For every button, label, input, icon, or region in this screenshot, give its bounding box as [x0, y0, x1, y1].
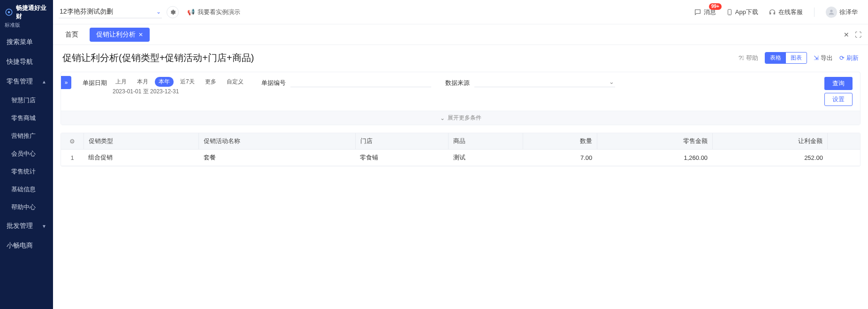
- org-name: 12李艳芬测试勿删: [60, 8, 113, 16]
- refresh-icon: ⟳: [839, 54, 845, 61]
- support-button[interactable]: 在线客服: [766, 6, 806, 18]
- col-discount-amount[interactable]: 让利金额: [712, 133, 828, 150]
- col-store[interactable]: 门店: [355, 133, 449, 150]
- result-table: ⚙ 促销类型 促销活动名称 门店 商品 数量 零售金额 让利金额 1 组合促销 …: [61, 133, 860, 166]
- sidebar-section-retail[interactable]: 零售管理 ▲: [0, 72, 53, 91]
- view-chart-button[interactable]: 图表: [786, 53, 807, 63]
- brand-logo-icon: [5, 8, 13, 16]
- filter-date-label: 单据日期: [83, 77, 107, 87]
- sidebar-item-member-center[interactable]: 会员中心: [0, 145, 53, 163]
- main: 12李艳芬测试勿删 ⌄ 📢 我要看实例演示 消息 99+ App下载: [53, 0, 868, 309]
- brand: 畅捷通好业财: [0, 0, 53, 22]
- collapse-filters-button[interactable]: »: [61, 76, 71, 89]
- user-menu[interactable]: 徐泽华: [823, 5, 860, 20]
- sidebar-item-retail-mall[interactable]: 零售商城: [0, 109, 53, 127]
- table-row[interactable]: 1 组合促销 套餐 零食铺 测试 7.00 1,260.00 252.00: [61, 150, 860, 166]
- app-download-button[interactable]: App下载: [723, 6, 761, 18]
- docno-input[interactable]: [290, 77, 431, 87]
- tab-promo-analysis[interactable]: 促销让利分析 ✕: [90, 28, 150, 42]
- svg-point-1: [8, 11, 10, 14]
- page-header: 促销让利分析(促销类型+促销活动+门店+商品) ?⃝ 帮助 表格 图表 ⇲ 导出…: [53, 45, 868, 69]
- caret-down-icon: ▼: [42, 224, 46, 229]
- page-title: 促销让利分析(促销类型+促销活动+门店+商品): [62, 52, 732, 64]
- sidebar-item-help-center[interactable]: 帮助中心: [0, 198, 53, 216]
- sidebar-section-ecommerce[interactable]: 小畅电商: [0, 236, 53, 256]
- chip-this-year[interactable]: 本年: [155, 77, 174, 87]
- gear-icon: [169, 9, 176, 15]
- export-icon: ⇲: [814, 54, 819, 61]
- query-button[interactable]: 查询: [824, 77, 853, 90]
- demo-link[interactable]: 📢 我要看实例演示: [187, 8, 240, 16]
- filter-panel: » 单据日期 上月 本月 本年 近7天 更多 自定义 2023-01-01 至 …: [61, 72, 860, 125]
- svg-point-4: [830, 9, 832, 12]
- col-promo-type[interactable]: 促销类型: [84, 133, 199, 150]
- source-select[interactable]: ⌄: [474, 77, 615, 87]
- topbar: 12李艳芬测试勿删 ⌄ 📢 我要看实例演示 消息 99+ App下载: [53, 0, 868, 24]
- headset-icon: [769, 8, 776, 16]
- svg-point-3: [729, 14, 730, 14]
- filter-date: 单据日期 上月 本月 本年 近7天 更多 自定义 2023-01-01 至 20…: [83, 77, 247, 96]
- megaphone-icon: 📢: [187, 8, 195, 15]
- view-table-button[interactable]: 表格: [765, 53, 786, 63]
- double-chevron-down-icon: ⌄: [440, 115, 445, 121]
- chip-this-month[interactable]: 本月: [133, 77, 152, 87]
- sidebar-section-wholesale[interactable]: 批发管理 ▼: [0, 216, 53, 236]
- cell-store: 零食铺: [355, 150, 449, 166]
- sidebar-item-marketing[interactable]: 营销推广: [0, 127, 53, 145]
- filter-source-label: 数据来源: [445, 77, 470, 87]
- filter-source: 数据来源 ⌄: [445, 77, 615, 87]
- filter-docno: 单据编号: [261, 77, 431, 87]
- date-range-text: 2023-01-01 至 2023-12-31: [112, 88, 247, 96]
- question-icon: ?⃝: [739, 54, 744, 61]
- help-button[interactable]: ?⃝ 帮助: [739, 54, 758, 62]
- avatar-icon: [826, 7, 837, 18]
- export-button[interactable]: ⇲ 导出: [814, 54, 833, 62]
- chevron-down-icon: ⌄: [156, 8, 161, 15]
- tabs: 首页 促销让利分析 ✕ ✕ ⛶: [53, 24, 868, 45]
- sidebar-item-retail-stats[interactable]: 零售统计: [0, 163, 53, 181]
- chip-last-month[interactable]: 上月: [112, 77, 130, 87]
- messages-button[interactable]: 消息 99+: [691, 6, 719, 18]
- close-icon[interactable]: ✕: [138, 31, 143, 38]
- filter-settings-button[interactable]: 设置: [824, 93, 853, 106]
- chip-more[interactable]: 更多: [201, 77, 220, 87]
- close-all-tabs-button[interactable]: ✕: [844, 31, 849, 38]
- chip-last-7-days[interactable]: 近7天: [176, 77, 198, 87]
- col-activity-name[interactable]: 促销活动名称: [199, 133, 355, 150]
- cell-promo-type: 组合促销: [84, 150, 199, 166]
- fullscreen-button[interactable]: ⛶: [855, 31, 861, 38]
- org-selector[interactable]: 12李艳芬测试勿删 ⌄: [59, 6, 162, 18]
- sidebar: 畅捷通好业财 标准版 搜索菜单 快捷导航 零售管理 ▲ 智慧门店 零售商城 营销…: [0, 0, 53, 309]
- col-sales-amount[interactable]: 零售金额: [597, 133, 712, 150]
- cell-qty: 7.00: [523, 150, 597, 166]
- chat-icon: [694, 8, 701, 16]
- col-product[interactable]: 商品: [449, 133, 523, 150]
- cell-discount: 252.00: [712, 150, 828, 166]
- user-name: 徐泽华: [839, 8, 858, 16]
- expand-filters-button[interactable]: ⌄ 展开更多条件: [61, 111, 860, 125]
- chevron-down-icon: ⌄: [609, 78, 614, 85]
- sidebar-item-base-info[interactable]: 基础信息: [0, 181, 53, 198]
- caret-up-icon: ▲: [42, 79, 46, 84]
- date-chips: 上月 本月 本年 近7天 更多 自定义: [112, 77, 247, 87]
- tab-home[interactable]: 首页: [59, 28, 85, 42]
- brand-name: 畅捷通好业财: [16, 4, 48, 21]
- sidebar-item-smart-store[interactable]: 智慧门店: [0, 91, 53, 109]
- table-settings-button[interactable]: ⚙: [69, 138, 75, 145]
- org-settings-button[interactable]: [167, 6, 179, 18]
- view-toggle: 表格 图表: [765, 52, 807, 64]
- brand-edition: 标准版: [0, 22, 53, 32]
- cell-activity: 套餐: [199, 150, 355, 166]
- messages-badge: 99+: [709, 3, 722, 10]
- col-qty[interactable]: 数量: [523, 133, 597, 150]
- separator: [814, 8, 815, 17]
- filter-docno-label: 单据编号: [261, 77, 286, 87]
- chip-custom[interactable]: 自定义: [223, 77, 247, 87]
- phone-icon: [726, 8, 733, 16]
- sidebar-quicknav[interactable]: 快捷导航: [0, 52, 53, 72]
- sidebar-search[interactable]: 搜索菜单: [0, 32, 53, 52]
- refresh-button[interactable]: ⟳ 刷新: [839, 54, 859, 62]
- cell-product: 测试: [449, 150, 523, 166]
- cell-sales: 1,260.00: [597, 150, 712, 166]
- row-index: 1: [61, 150, 84, 166]
